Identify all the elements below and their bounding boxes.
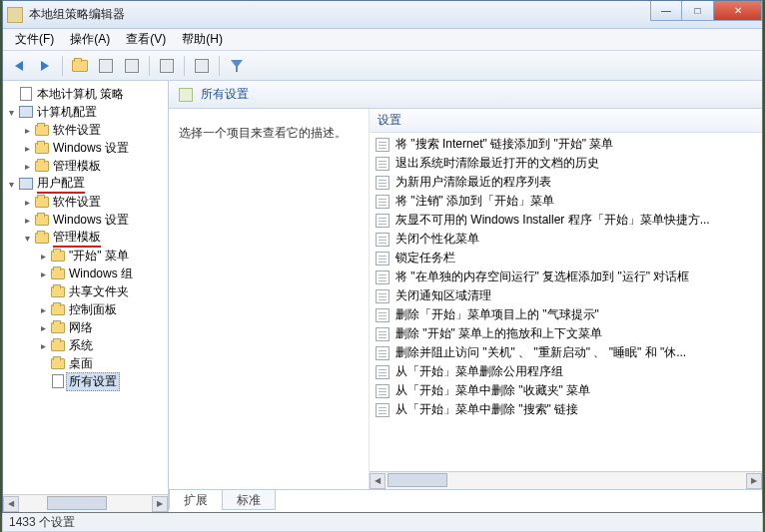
expand-icon[interactable]: ▸ xyxy=(37,340,49,351)
collapse-icon[interactable]: ▾ xyxy=(21,233,33,244)
collapse-icon[interactable]: ▾ xyxy=(5,179,17,190)
list-item[interactable]: 灰显不可用的 Windows Installer 程序「开始」菜单快捷方... xyxy=(370,211,762,230)
content-header: 所有设置 xyxy=(169,81,762,109)
tree-row[interactable]: ▸"开始" 菜单 xyxy=(5,247,166,265)
expand-icon[interactable]: ▸ xyxy=(21,215,33,226)
view-tabs: 扩展 标准 xyxy=(169,490,762,512)
menu-file[interactable]: 文件(F) xyxy=(7,29,62,50)
tree-row[interactable]: 桌面 xyxy=(5,354,166,372)
tree-row[interactable]: 本地计算机 策略 xyxy=(5,85,166,103)
menu-view[interactable]: 查看(V) xyxy=(118,29,174,50)
list-item[interactable]: 从「开始」菜单中删除 "搜索" 链接 xyxy=(370,400,762,419)
list-hscroll[interactable]: ◀ ▶ xyxy=(370,471,762,489)
tree-row[interactable]: ▸控制面板 xyxy=(5,300,166,318)
list-item[interactable]: 锁定任务栏 xyxy=(370,249,762,267)
list-scroll-thumb[interactable] xyxy=(387,473,447,487)
minimize-button[interactable]: ― xyxy=(650,1,682,21)
tree-hscroll[interactable]: ◀ ▶ xyxy=(3,494,168,512)
tab-extended[interactable]: 扩展 xyxy=(169,490,223,510)
tree-label: 本地计算机 策略 xyxy=(37,86,124,103)
maximize-button[interactable]: □ xyxy=(682,1,714,21)
setting-label: 关闭个性化菜单 xyxy=(395,231,479,248)
description-pane: 选择一个项目来查看它的描述。 xyxy=(169,109,369,489)
list-item[interactable]: 从「开始」菜单中删除 "收藏夹" 菜单 xyxy=(370,381,762,400)
app-icon xyxy=(7,7,23,23)
close-button[interactable]: ✕ xyxy=(714,1,762,21)
tree-row[interactable]: ▸软件设置 xyxy=(5,193,166,211)
scroll-thumb[interactable] xyxy=(47,496,107,510)
tree-row[interactable]: 所有设置 xyxy=(5,372,166,390)
tree-row[interactable]: 共享文件夹 xyxy=(5,282,166,300)
list-item[interactable]: 从「开始」菜单删除公用程序组 xyxy=(370,362,762,381)
tree-row[interactable]: ▾计算机配置 xyxy=(5,103,166,121)
setting-icon xyxy=(376,233,389,247)
tree-row[interactable]: ▸软件设置 xyxy=(5,121,166,139)
folder-icon xyxy=(34,159,50,173)
list-item[interactable]: 删除「开始」菜单项目上的 "气球提示" xyxy=(370,305,762,324)
list-item[interactable]: 退出系统时清除最近打开的文档的历史 xyxy=(370,154,762,173)
list-item[interactable]: 删除并阻止访问 "关机" 、 "重新启动" 、 "睡眠" 和 "休... xyxy=(370,343,762,362)
expand-icon[interactable]: ▸ xyxy=(37,268,49,279)
menu-help[interactable]: 帮助(H) xyxy=(174,29,231,50)
forward-button[interactable] xyxy=(33,54,57,78)
setting-icon xyxy=(376,176,389,190)
folder-icon xyxy=(50,249,66,263)
folder-icon xyxy=(50,356,66,370)
setting-label: 为新用户清除最近的程序列表 xyxy=(395,174,551,191)
titlebar[interactable]: 本地组策略编辑器 ― □ ✕ xyxy=(3,1,762,29)
list-scroll-right-button[interactable]: ▶ xyxy=(746,473,762,489)
expand-icon[interactable]: ▸ xyxy=(37,251,49,262)
up-folder-button[interactable] xyxy=(68,54,92,78)
list-scroll-track[interactable] xyxy=(385,473,746,489)
folder-icon xyxy=(34,195,50,209)
export-button[interactable] xyxy=(120,54,144,78)
tree-row[interactable]: ▸Windows 组 xyxy=(5,265,166,282)
scroll-left-button[interactable]: ◀ xyxy=(3,496,19,512)
scroll-right-button[interactable]: ▶ xyxy=(152,496,168,512)
tree-row[interactable]: ▸管理模板 xyxy=(5,157,166,175)
column-header-setting[interactable]: 设置 xyxy=(370,109,762,133)
setting-icon xyxy=(376,214,389,228)
scroll-track[interactable] xyxy=(19,496,152,512)
settings-list-pane: 设置 将 "搜索 Internet" 链接添加到 "开始" 菜单退出系统时清除最… xyxy=(369,109,762,489)
app-window: 本地组策略编辑器 ― □ ✕ 文件(F) 操作(A) 查看(V) 帮助(H) 本… xyxy=(2,0,763,513)
filter-button[interactable] xyxy=(225,54,249,78)
tree-row[interactable]: ▸系统 xyxy=(5,336,166,354)
list-item[interactable]: 将 "搜索 Internet" 链接添加到 "开始" 菜单 xyxy=(370,135,762,154)
props-icon xyxy=(195,59,209,73)
list-item[interactable]: 为新用户清除最近的程序列表 xyxy=(370,173,762,192)
collapse-icon[interactable]: ▾ xyxy=(5,107,17,118)
back-button[interactable] xyxy=(7,54,31,78)
setting-icon xyxy=(376,252,389,266)
settings-list[interactable]: 将 "搜索 Internet" 链接添加到 "开始" 菜单退出系统时清除最近打开… xyxy=(370,133,762,471)
tree-row[interactable]: ▾用户配置 xyxy=(5,175,166,193)
list-item[interactable]: 将 "注销" 添加到「开始」菜单 xyxy=(370,192,762,211)
help-button[interactable] xyxy=(155,54,179,78)
setting-icon xyxy=(376,138,389,152)
list-item[interactable]: 删除 "开始" 菜单上的拖放和上下文菜单 xyxy=(370,324,762,343)
list-item[interactable]: 关闭通知区域清理 xyxy=(370,286,762,305)
setting-icon xyxy=(376,195,389,209)
folder-icon xyxy=(34,123,50,137)
tree[interactable]: 本地计算机 策略▾计算机配置▸软件设置▸Windows 设置▸管理模板▾用户配置… xyxy=(3,81,168,494)
tree-row[interactable]: ▸Windows 设置 xyxy=(5,139,166,157)
tree-row[interactable]: ▸网络 xyxy=(5,318,166,336)
expand-icon[interactable]: ▸ xyxy=(21,161,33,172)
tree-row[interactable]: ▾管理模板 xyxy=(5,229,166,247)
body-area: 本地计算机 策略▾计算机配置▸软件设置▸Windows 设置▸管理模板▾用户配置… xyxy=(3,81,762,512)
list-item[interactable]: 关闭个性化菜单 xyxy=(370,230,762,249)
expand-icon[interactable]: ▸ xyxy=(37,304,49,315)
folder-icon xyxy=(34,141,50,155)
tree-row[interactable]: ▸Windows 设置 xyxy=(5,211,166,229)
menu-action[interactable]: 操作(A) xyxy=(62,29,118,50)
expand-icon[interactable]: ▸ xyxy=(21,143,33,154)
list-item[interactable]: 将 "在单独的内存空间运行" 复选框添加到 "运行" 对话框 xyxy=(370,267,762,286)
list-scroll-left-button[interactable]: ◀ xyxy=(370,473,385,489)
props-button[interactable] xyxy=(190,54,214,78)
expand-icon[interactable]: ▸ xyxy=(21,125,33,136)
expand-icon[interactable]: ▸ xyxy=(21,197,33,208)
show-hide-tree-button[interactable] xyxy=(94,54,118,78)
tree-label: 计算机配置 xyxy=(37,104,97,121)
expand-icon[interactable]: ▸ xyxy=(37,322,49,333)
tab-standard[interactable]: 标准 xyxy=(222,490,276,510)
